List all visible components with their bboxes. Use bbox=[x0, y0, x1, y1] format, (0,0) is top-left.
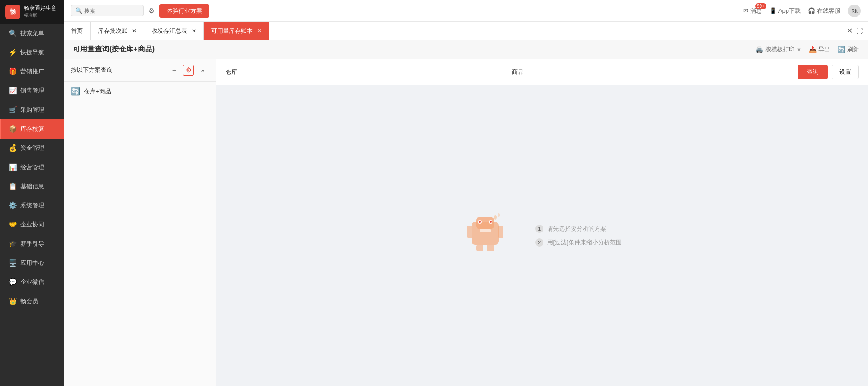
page-title: 可用量查询(按仓库+商品) bbox=[73, 45, 155, 54]
finance-icon: 💰 bbox=[9, 144, 17, 152]
sidebar-item-purchase[interactable]: 🛒 采购管理 bbox=[0, 100, 64, 119]
tab-available[interactable]: 可用量库存账本 ✕ bbox=[204, 22, 269, 40]
tab-collect[interactable]: 收发存汇总表 ✕ bbox=[144, 22, 204, 40]
sidebar-nav: 🔍 搜索菜单 ⚡ 快捷导航 🎁 营销推广 📈 销售管理 🛒 采购管理 📦 库存核… bbox=[0, 24, 64, 386]
sidebar-item-search[interactable]: 🔍 搜索菜单 bbox=[0, 24, 64, 43]
tab-collect-close[interactable]: ✕ bbox=[192, 28, 196, 34]
tabbar-right-actions: ✕ ⛶ bbox=[841, 26, 868, 35]
svg-rect-7 bbox=[467, 226, 472, 238]
online-service-button[interactable]: 🎧 在线客服 bbox=[808, 7, 841, 15]
sidebar-item-sales[interactable]: 📈 销售管理 bbox=[0, 81, 64, 100]
sales-icon: 📈 bbox=[9, 87, 17, 95]
search-input[interactable] bbox=[84, 8, 130, 14]
search-icon: 🔍 bbox=[9, 29, 17, 37]
left-panel-actions: ＋ ⚙ « bbox=[168, 65, 208, 76]
sidebar-item-operations[interactable]: 📊 经营管理 bbox=[0, 158, 64, 177]
scheme-item-warehouse-goods[interactable]: 🔄 仓库+商品 bbox=[64, 82, 216, 101]
topbar: 🔍 ⚙ 体验行业方案 ✉ 消息 99+ 📱 App下载 🎧 在线客服 Rit bbox=[64, 0, 868, 22]
tab-batch-close[interactable]: ✕ bbox=[132, 28, 137, 34]
empty-state: 1 请先选择要分析的方案 2 用[过滤]条件来缩小分析范围 bbox=[216, 85, 868, 386]
add-scheme-button[interactable]: ＋ bbox=[168, 65, 179, 76]
trial-industry-button[interactable]: 体验行业方案 bbox=[159, 4, 209, 18]
sidebar-header: 畅 畅康通好生意 标准版 bbox=[0, 0, 64, 24]
refresh-action[interactable]: 🔄 刷新 bbox=[838, 46, 859, 54]
tab-batch[interactable]: 库存批次账 ✕ bbox=[91, 22, 144, 40]
warehouse-input[interactable] bbox=[241, 67, 493, 77]
sidebar: 畅 畅康通好生意 标准版 🔍 搜索菜单 ⚡ 快捷导航 🎁 营销推广 📈 销售管理… bbox=[0, 0, 64, 386]
filter-actions: 查询 设置 bbox=[798, 65, 859, 79]
sidebar-item-inventory[interactable]: 📦 库存核算 bbox=[0, 119, 64, 139]
settings-scheme-button[interactable]: ⚙ bbox=[183, 65, 194, 76]
goods-filter-group: 商品 ··· bbox=[512, 67, 789, 77]
sidebar-logo: 畅 bbox=[5, 5, 20, 19]
tab-home[interactable]: 首页 bbox=[64, 22, 91, 40]
sidebar-item-newbie[interactable]: 🎓 新手引导 bbox=[0, 234, 64, 253]
cooperation-icon: 🤝 bbox=[9, 221, 17, 229]
message-button[interactable]: ✉ 消息 99+ bbox=[743, 7, 762, 15]
sidebar-item-appstore[interactable]: 🖥️ 应用中心 bbox=[0, 253, 64, 273]
sidebar-item-member[interactable]: 👑 畅会员 bbox=[0, 292, 64, 311]
svg-rect-10 bbox=[487, 245, 494, 251]
print-action[interactable]: 🖨️ 按模板打印 ▼ bbox=[756, 46, 802, 54]
message-badge: 99+ bbox=[755, 3, 766, 9]
page-header: 可用量查询(按仓库+商品) 🖨️ 按模板打印 ▼ 📤 导出 🔄 刷新 bbox=[64, 40, 868, 59]
warehouse-more-icon[interactable]: ··· bbox=[497, 68, 503, 76]
sidebar-title: 畅康通好生意 bbox=[24, 5, 56, 12]
sidebar-item-wechat[interactable]: 💬 企业微信 bbox=[0, 273, 64, 292]
settings-button[interactable]: 设置 bbox=[832, 65, 859, 79]
goods-label: 商品 bbox=[512, 68, 523, 76]
inventory-icon: 📦 bbox=[9, 125, 17, 133]
user-avatar[interactable]: Rit bbox=[848, 5, 861, 17]
topbar-right: ✉ 消息 99+ 📱 App下载 🎧 在线客服 Rit bbox=[743, 5, 861, 17]
export-action[interactable]: 📤 导出 bbox=[809, 46, 830, 54]
right-panel: 仓库 ··· 商品 ··· 查询 设置 bbox=[216, 59, 868, 386]
app-download-button[interactable]: 📱 App下载 bbox=[769, 7, 801, 15]
refresh-icon: 🔄 bbox=[838, 46, 845, 53]
empty-illustration bbox=[462, 208, 517, 263]
tabbar-close-icon[interactable]: ✕ bbox=[847, 26, 853, 35]
sidebar-item-shortcut[interactable]: ⚡ 快捷导航 bbox=[0, 43, 64, 62]
sidebar-item-basic[interactable]: 📋 基础信息 bbox=[0, 177, 64, 196]
collapse-panel-button[interactable]: « bbox=[198, 65, 208, 76]
basic-icon: 📋 bbox=[9, 182, 17, 190]
sidebar-item-finance[interactable]: 💰 资金管理 bbox=[0, 139, 64, 158]
left-panel: 按以下方案查询 ＋ ⚙ « 🔄 仓库+商品 bbox=[64, 59, 216, 386]
empty-text: 1 请先选择要分析的方案 2 用[过滤]条件来缩小分析范围 bbox=[535, 225, 621, 247]
tabbar: 首页 库存批次账 ✕ 收发存汇总表 ✕ 可用量库存账本 ✕ ✕ ⛶ bbox=[64, 22, 868, 40]
main-content: 🔍 ⚙ 体验行业方案 ✉ 消息 99+ 📱 App下载 🎧 在线客服 Rit bbox=[64, 0, 868, 386]
svg-point-12 bbox=[498, 213, 500, 217]
sidebar-subtitle: 标准版 bbox=[24, 12, 56, 19]
shortcut-icon: ⚡ bbox=[9, 48, 17, 57]
svg-rect-9 bbox=[476, 245, 483, 251]
empty-step-1: 1 请先选择要分析的方案 bbox=[535, 225, 621, 233]
scheme-icon: 🔄 bbox=[71, 87, 80, 96]
member-icon: 👑 bbox=[9, 297, 17, 305]
service-icon: 🎧 bbox=[808, 7, 815, 14]
empty-robot-svg bbox=[462, 208, 508, 254]
svg-point-4 bbox=[479, 221, 481, 223]
step-2-number: 2 bbox=[535, 238, 543, 247]
sidebar-item-cooperation[interactable]: 🤝 企业协同 bbox=[0, 215, 64, 234]
goods-more-icon[interactable]: ··· bbox=[783, 68, 789, 76]
goods-input[interactable] bbox=[527, 67, 779, 77]
gear-icon[interactable]: ⚙ bbox=[148, 6, 155, 15]
filter-row: 仓库 ··· 商品 ··· 查询 设置 bbox=[216, 59, 868, 85]
tabbar-expand-icon[interactable]: ⛶ bbox=[856, 27, 863, 35]
sidebar-item-system[interactable]: ⚙️ 系统管理 bbox=[0, 196, 64, 215]
print-dropdown-icon[interactable]: ▼ bbox=[797, 47, 802, 52]
svg-point-5 bbox=[490, 221, 492, 223]
newbie-icon: 🎓 bbox=[9, 240, 17, 248]
search-box[interactable]: 🔍 bbox=[71, 5, 144, 16]
wechat-icon: 💬 bbox=[9, 278, 17, 286]
purchase-icon: 🛒 bbox=[9, 106, 17, 114]
search-icon-topbar: 🔍 bbox=[75, 7, 82, 14]
sidebar-item-marketing[interactable]: 🎁 营销推广 bbox=[0, 62, 64, 81]
system-icon: ⚙️ bbox=[9, 201, 17, 210]
tab-available-close[interactable]: ✕ bbox=[257, 28, 262, 34]
svg-rect-8 bbox=[498, 226, 503, 238]
query-button[interactable]: 查询 bbox=[798, 65, 828, 79]
svg-rect-6 bbox=[480, 229, 491, 232]
left-panel-header: 按以下方案查询 ＋ ⚙ « bbox=[64, 59, 216, 82]
print-icon: 🖨️ bbox=[756, 46, 763, 53]
page-header-actions: 🖨️ 按模板打印 ▼ 📤 导出 🔄 刷新 bbox=[756, 46, 859, 54]
